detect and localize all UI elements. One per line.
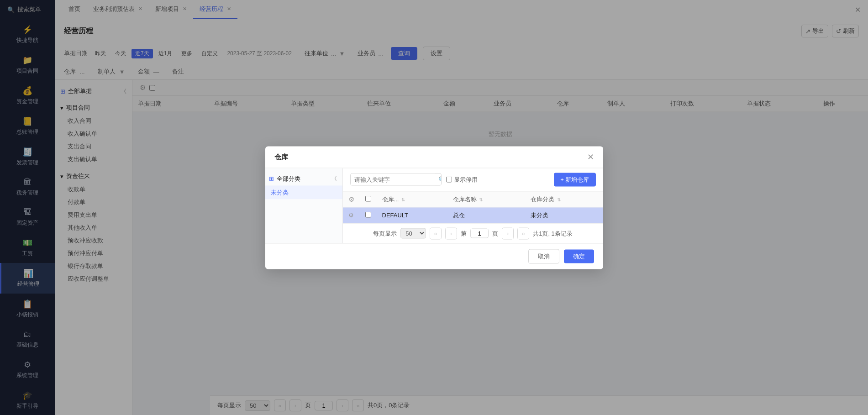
row-gear-icon[interactable]: ⚙ [348,212,354,219]
tree-item-uncategorized[interactable]: 未分类 [265,185,342,199]
dialog-title: 仓库 [274,152,288,161]
dialog-confirm-button[interactable]: 确定 [564,249,594,263]
th-warehouse-name[interactable]: 仓库名称 ⇅ [447,191,525,207]
row-category: 未分类 [525,207,603,223]
dialog-page-label: 第 [461,229,467,237]
dialog-footer: 取消 确定 [265,243,603,269]
search-wrapper: 🔍 显示停用 [350,173,478,186]
warehouse-category-label: 仓库分类 [531,195,554,202]
tree-collapse-btn[interactable]: 《 [331,175,337,183]
tree-scroll: 未分类 [265,185,342,239]
add-warehouse-label: + 新增仓库 [560,175,589,184]
dialog-pagination: 每页显示 50 100 « ‹ 第 页 › » 共1页, 1条记录 [343,223,603,243]
dialog-right-content: 🔍 显示停用 + 新增仓库 ⚙ [343,168,603,243]
dialog-close-button[interactable]: ✕ [587,153,594,161]
show-disabled-checkbox[interactable] [446,177,452,183]
dialog-last-btn[interactable]: » [517,227,529,239]
dialog-body: ⊞ 全部分类 《 未分类 🔍 [265,168,603,243]
row-code: DEFAULT [377,207,447,223]
dialog-search-input[interactable] [351,174,435,185]
sort-icon-name: ⇅ [479,197,483,202]
th-warehouse-category[interactable]: 仓库分类 ⇅ [525,191,603,207]
warehouse-code-label: 仓库... [382,195,399,202]
sort-icon-category: ⇅ [557,197,561,202]
dialog-per-page-select[interactable]: 50 100 [400,228,426,239]
dialog-page-suffix: 页 [492,229,498,237]
dialog-table-gear-icon[interactable]: ⚙ [348,195,354,203]
tree-grid-icon: ⊞ [269,175,274,182]
dialog-per-page-label: 每页显示 [373,229,397,237]
th-dialog-checkbox [360,191,377,207]
dialog-prev-btn[interactable]: ‹ [445,227,457,239]
dialog-header: 仓库 ✕ [265,146,603,168]
dialog-table-area: ⚙ 仓库... ⇅ 仓库名称 ⇅ [343,191,603,223]
dialog-total-label: 共1页, 1条记录 [533,229,573,237]
warehouse-name-label: 仓库名称 [453,195,477,202]
th-warehouse-code[interactable]: 仓库... ⇅ [377,191,447,207]
dialog-tree-header: ⊞ 全部分类 《 [265,172,342,185]
th-dialog-settings: ⚙ [343,191,360,207]
add-warehouse-button[interactable]: + 新增仓库 [554,173,595,186]
dialog-page-input[interactable] [470,229,489,238]
dialog-search-icon[interactable]: 🔍 [435,174,442,185]
dialog-select-all[interactable] [365,195,371,201]
dialog-tree: ⊞ 全部分类 《 未分类 [265,168,343,243]
dialog-search-box: 🔍 [350,173,442,186]
dialog-tree-title: ⊞ 全部分类 [269,174,300,183]
show-disabled-text: 显示停用 [454,175,478,184]
warehouse-dialog: 仓库 ✕ ⊞ 全部分类 《 未分类 [265,146,603,269]
row-name: 总仓 [447,207,525,223]
dialog-first-btn[interactable]: « [430,227,442,239]
row-select-checkbox[interactable] [365,211,371,217]
tree-item-label: 未分类 [271,189,289,195]
dialog-next-btn[interactable]: › [502,227,514,239]
table-row[interactable]: ⚙ DEFAULT 总仓 未分类 [343,207,603,223]
dialog-warehouse-table: ⚙ 仓库... ⇅ 仓库名称 ⇅ [343,191,603,223]
row-settings: ⚙ [343,207,360,223]
row-checkbox [360,207,377,223]
sort-icon-code: ⇅ [401,197,405,202]
dialog-cancel-button[interactable]: 取消 [528,249,559,263]
dialog-toolbar: 🔍 显示停用 + 新增仓库 [343,168,603,191]
show-disabled-label: 显示停用 [446,175,478,184]
tree-title-label: 全部分类 [277,174,300,183]
